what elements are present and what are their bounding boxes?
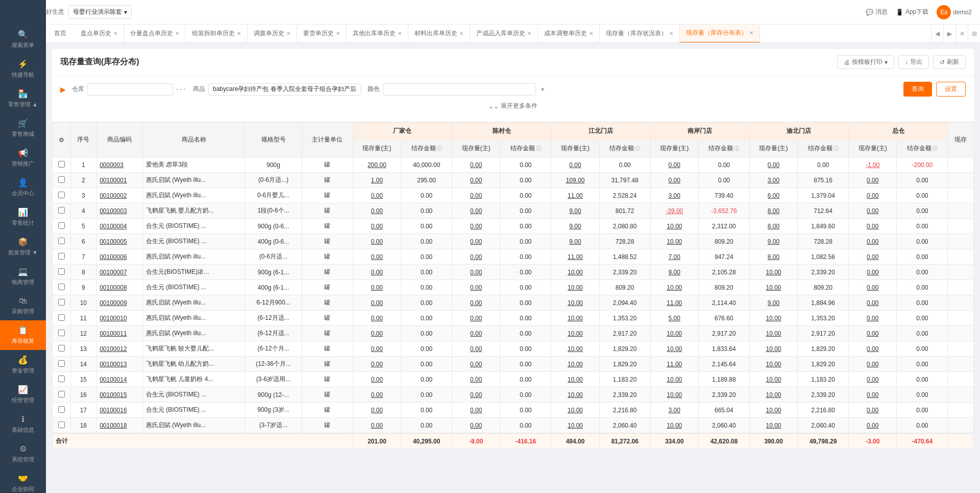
cell-code[interactable]: 00100002 xyxy=(96,188,143,203)
cell-na-s[interactable]: 10.00 xyxy=(650,372,698,387)
cell-jb-s[interactable]: 10.00 xyxy=(551,372,599,387)
cell-code[interactable]: 00100004 xyxy=(96,219,143,234)
cell-jb-s[interactable]: 10.00 xyxy=(551,280,599,295)
sidebar-item-purchase[interactable]: 🛍 采购管理 xyxy=(0,291,46,320)
close-tab-4[interactable]: ✕ xyxy=(286,31,290,36)
cell-cs-s[interactable]: 0.00 xyxy=(452,249,500,265)
close-tab-5[interactable]: ✕ xyxy=(336,31,340,36)
cell-fac-s[interactable]: 0.00 xyxy=(353,403,401,418)
row-checkbox[interactable] xyxy=(58,314,65,321)
cell-code[interactable]: 00100001 xyxy=(96,173,143,188)
filter-toggle-arrow[interactable]: ▶ xyxy=(60,85,66,93)
cell-check[interactable] xyxy=(53,280,71,295)
cell-code[interactable]: 00100007 xyxy=(96,265,143,280)
tab-cost-adjust[interactable]: 成本调整单历史 ✕ xyxy=(538,25,600,43)
cell-jb-s[interactable]: 11.00 xyxy=(551,249,599,265)
row-checkbox[interactable] xyxy=(58,375,65,382)
row-checkbox[interactable] xyxy=(58,421,65,428)
cell-jb-s[interactable]: 10.00 xyxy=(551,326,599,341)
cell-fac-s[interactable]: 1.00 xyxy=(353,173,401,188)
cell-fac-s[interactable]: 200.00 xyxy=(353,157,401,173)
cell-jb-s[interactable]: 10.00 xyxy=(551,387,599,403)
cell-check[interactable] xyxy=(53,234,71,249)
cell-yb-s[interactable]: 10.00 xyxy=(749,357,797,372)
cell-check[interactable] xyxy=(53,326,71,341)
sidebar-item-retail-mgmt[interactable]: 🏪 零售管理 ▲ xyxy=(0,84,46,113)
nav-close-btn[interactable]: ✕ xyxy=(955,25,968,43)
cell-cs-s[interactable]: 0.00 xyxy=(452,188,500,203)
cell-yb-s[interactable]: 8.00 xyxy=(749,203,797,219)
color-dropdown-icon[interactable]: ▾ xyxy=(541,86,544,93)
cell-check[interactable] xyxy=(53,341,71,357)
tab-inventory-check[interactable]: 盘点单历史 ✕ xyxy=(75,25,124,43)
cell-yb-s[interactable]: 8.00 xyxy=(749,249,797,265)
cell-cs-s[interactable]: 0.00 xyxy=(452,295,500,311)
cell-fac-s[interactable]: 0.00 xyxy=(353,418,401,434)
sidebar-item-retail-mall[interactable]: 🛒 零售商城 xyxy=(0,113,46,143)
row-checkbox[interactable] xyxy=(58,192,65,198)
cell-code[interactable]: 00100013 xyxy=(96,357,143,372)
cell-cs-s[interactable]: 0.00 xyxy=(452,311,500,326)
cell-fac-s[interactable]: 0.00 xyxy=(353,295,401,311)
nav-expand-btn[interactable]: ⊞ xyxy=(968,25,980,43)
cell-na-s[interactable]: 10.00 xyxy=(650,234,698,249)
cell-check[interactable] xyxy=(53,157,71,173)
cell-jb-s[interactable]: 11.00 xyxy=(551,188,599,203)
row-checkbox[interactable] xyxy=(58,207,65,214)
cell-tot-s[interactable]: 0.00 xyxy=(849,387,897,403)
cell-code[interactable]: 00100018 xyxy=(96,418,143,434)
sidebar-item-ecommerce[interactable]: 💻 电商管理 xyxy=(0,262,46,291)
cell-yb-s[interactable]: 10.00 xyxy=(749,418,797,434)
close-tab-9[interactable]: ✕ xyxy=(589,31,593,36)
cell-cs-s[interactable]: 0.00 xyxy=(452,372,500,387)
cell-check[interactable] xyxy=(53,188,71,203)
cell-jb-s[interactable]: 109.00 xyxy=(551,173,599,188)
close-tab-7[interactable]: ✕ xyxy=(459,31,463,36)
cell-na-s[interactable]: 0.00 xyxy=(650,157,698,173)
cell-jb-s[interactable]: 10.00 xyxy=(551,357,599,372)
cell-fac-s[interactable]: 0.00 xyxy=(353,188,401,203)
cell-tot-s[interactable]: 0.00 xyxy=(849,234,897,249)
cell-check[interactable] xyxy=(53,219,71,234)
cell-na-s[interactable]: 3.00 xyxy=(650,403,698,418)
tab-order[interactable]: 要货单历史 ✕ xyxy=(297,25,347,43)
cell-tot-s[interactable]: 0.00 xyxy=(849,372,897,387)
color-input[interactable] xyxy=(383,83,536,96)
sidebar-item-system[interactable]: ⚙ 系统管理 xyxy=(0,439,46,468)
sidebar-item-operations[interactable]: 📈 经营管理 xyxy=(0,380,46,409)
row-checkbox[interactable] xyxy=(58,299,65,306)
export-btn[interactable]: ↓ 导出 xyxy=(898,55,929,69)
cell-code[interactable]: 00100014 xyxy=(96,372,143,387)
cell-check[interactable] xyxy=(53,403,71,418)
cell-jb-s[interactable]: 10.00 xyxy=(551,418,599,434)
nav-prev-btn[interactable]: ◀ xyxy=(931,25,943,43)
row-checkbox[interactable] xyxy=(58,360,65,367)
sidebar-item-search[interactable]: 🔍 搜索英单 xyxy=(0,25,46,54)
cell-na-s[interactable]: 10.00 xyxy=(650,387,698,403)
refresh-btn[interactable]: ↺ 刷新 xyxy=(933,55,966,69)
row-checkbox[interactable] xyxy=(58,222,65,229)
tab-stock-status[interactable]: 现存量（库存状况表） ✕ xyxy=(600,25,680,43)
warehouse-dots[interactable]: ··· xyxy=(176,84,187,95)
expand-more-btn[interactable]: ⌄⌄ 展开更多条件 xyxy=(484,100,542,112)
cell-yb-s[interactable]: 10.00 xyxy=(749,403,797,418)
close-tab-11[interactable]: ✕ xyxy=(749,30,753,36)
cell-code[interactable]: 00100003 xyxy=(96,203,143,219)
cell-jb-s[interactable]: 10.00 xyxy=(551,341,599,357)
cell-na-s[interactable]: 11.00 xyxy=(650,357,698,372)
search-btn[interactable]: 查询 xyxy=(903,82,932,97)
cell-check[interactable] xyxy=(53,249,71,265)
cell-code[interactable]: 00100015 xyxy=(96,387,143,403)
cell-fac-s[interactable]: 0.00 xyxy=(353,326,401,341)
tab-stock-dist[interactable]: 现存量（库存分布表） ✕ xyxy=(680,25,760,43)
cell-tot-s[interactable]: 0.00 xyxy=(849,341,897,357)
row-checkbox[interactable] xyxy=(58,406,65,413)
row-checkbox[interactable] xyxy=(58,330,65,336)
cell-tot-s[interactable]: 0.00 xyxy=(849,280,897,295)
print-btn[interactable]: 🖨 按模板打印 ▾ xyxy=(837,55,894,69)
sidebar-item-wholesale[interactable]: 📦 批发管理 ▼ xyxy=(0,232,46,262)
setting-btn[interactable]: 设置 xyxy=(936,82,966,97)
close-tab-8[interactable]: ✕ xyxy=(527,31,531,36)
cell-yb-s[interactable]: 10.00 xyxy=(749,326,797,341)
cell-tot-s[interactable]: -1.00 xyxy=(849,157,897,173)
